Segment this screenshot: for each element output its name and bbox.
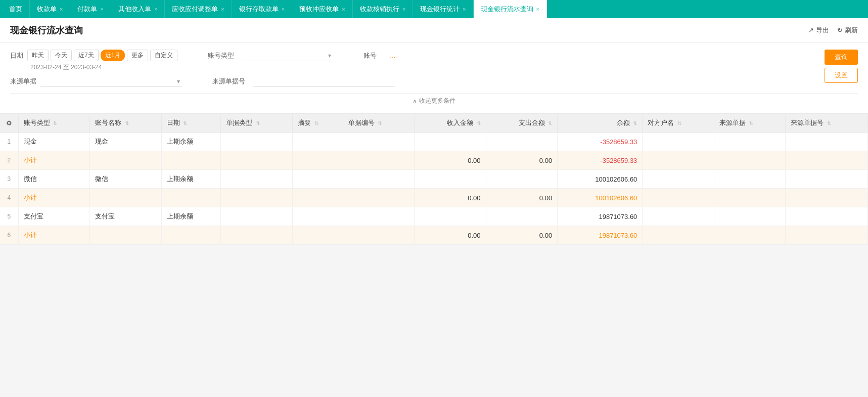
source-doc-select[interactable] [40,76,182,87]
th-doc-type[interactable]: 单据类型 ⇅ [221,114,293,133]
th-balance[interactable]: 余额 ⇅ [558,114,643,133]
close-icon[interactable]: × [100,6,103,12]
date-btn-more[interactable]: 更多 [127,50,148,61]
cell-balance: 100102606.60 [558,170,643,189]
cell-balance: 100102606.60 [558,189,643,207]
nav-home[interactable]: 首页 [2,0,30,18]
collapse-button[interactable]: ∧ 收起更多条件 [413,97,455,105]
cell-summary [293,189,343,207]
header-actions: ↗ 导出 ↻ 刷新 [808,26,858,35]
cell-counter-party [643,170,714,189]
close-icon[interactable]: × [60,6,63,12]
cell-doc-type [221,226,293,245]
query-button[interactable]: 查询 [825,50,858,65]
close-icon[interactable]: × [402,6,405,12]
date-btn-1month[interactable]: 近1月 [101,50,125,61]
close-icon[interactable]: × [282,6,285,12]
th-counter-party[interactable]: 对方户名 ⇅ [643,114,714,133]
table-header-row: ⚙ 账号类型 ⇅ 账号名称 ⇅ 日期 ⇅ 单据类型 ⇅ [0,114,868,133]
cell-date [161,226,221,245]
th-account-type[interactable]: 账号类型 ⇅ [18,114,90,133]
date-btn-today[interactable]: 今天 [51,50,72,61]
cell-doc-type [221,151,293,170]
sort-icon: ⇅ [378,120,382,126]
cell-source-doc [714,189,786,207]
nav-tab-yushou[interactable]: 预收冲应收单 × [292,0,352,18]
top-nav: 首页 收款单 × 付款单 × 其他收入单 × 应收应付调整单 × 银行存取款单 … [0,0,868,18]
cell-expense [486,207,558,226]
close-icon[interactable]: × [536,6,539,12]
close-icon[interactable]: × [463,6,466,12]
cell-date: 上期余额 [161,207,221,226]
cell-income [415,170,486,189]
cell-account-name: 现金 [90,133,162,151]
cell-source-doc-no [786,226,868,245]
export-button[interactable]: ↗ 导出 [808,26,829,35]
cell-source-doc [714,133,786,151]
th-account-name[interactable]: 账号名称 ⇅ [90,114,162,133]
sort-icon: ⇅ [827,120,831,126]
th-source-doc[interactable]: 来源单据 ⇅ [714,114,786,133]
account-more-button[interactable]: ... [389,51,395,60]
nav-tab-qitashouru[interactable]: 其他收入单 × [111,0,165,18]
cell-balance: 19871073.60 [558,207,643,226]
cell-summary [293,207,343,226]
close-icon[interactable]: × [154,6,157,12]
cell-expense: 0.00 [486,151,558,170]
nav-tab-shoukuan[interactable]: 收款单 × [30,0,70,18]
account-type-select[interactable] [242,50,333,61]
close-icon[interactable]: × [221,6,224,12]
th-summary[interactable]: 摘要 ⇅ [293,114,343,133]
table-row: 2 小计 0.00 0.00 -3528659.33 [0,151,868,170]
th-source-doc-no[interactable]: 来源单据号 ⇅ [786,114,868,133]
th-date[interactable]: 日期 ⇅ [161,114,221,133]
row-num: 3 [0,170,18,189]
account-type-select-wrapper [242,50,333,61]
cell-date [161,151,221,170]
gear-icon: ⚙ [6,119,12,127]
cell-summary [293,170,343,189]
date-btn-yesterday[interactable]: 昨天 [27,50,49,61]
nav-tab-yinhang[interactable]: 银行存取款单 × [232,0,292,18]
date-btn-7days[interactable]: 近7天 [74,50,99,61]
page-header: 现金银行流水查询 ↗ 导出 ↻ 刷新 [0,18,868,42]
collapse-icon: ∧ [413,98,417,105]
nav-tab-fukuan[interactable]: 付款单 × [70,0,111,18]
action-buttons: 查询 设置 [809,50,858,83]
th-expense[interactable]: 支出金额 ⇅ [486,114,558,133]
date-btn-custom[interactable]: 自定义 [150,50,177,61]
account-type-section: 账号类型 [208,50,333,61]
table-row: 6 小计 0.00 0.00 19871073.60 [0,226,868,245]
cell-income: 0.00 [415,151,486,170]
refresh-button[interactable]: ↻ 刷新 [837,26,858,35]
account-type-label: 账号类型 [208,51,234,60]
source-doc-label: 来源单据 [10,77,36,86]
cell-doc-no [343,207,415,226]
nav-tab-liushui[interactable]: 现金银行流水查询 × [474,0,547,18]
cell-counter-party [643,226,714,245]
row-num: 5 [0,207,18,226]
source-doc-no-section: 来源单据号 [212,76,395,87]
nav-tab-yingshoutiaozheng[interactable]: 应收应付调整单 × [165,0,232,18]
th-gear[interactable]: ⚙ [0,114,18,133]
nav-tab-shoukuanhexiao[interactable]: 收款核销执行 × [353,0,413,18]
close-icon[interactable]: × [342,6,345,12]
cell-expense [486,133,558,151]
sort-icon: ⇅ [256,120,260,126]
cell-expense [486,170,558,189]
table-row: 4 小计 0.00 0.00 100102606.60 [0,189,868,207]
date-buttons: 昨天 今天 近7天 近1月 更多 自定义 [27,50,177,61]
th-income[interactable]: 收入金额 ⇅ [415,114,486,133]
sort-icon: ⇅ [477,120,481,126]
cell-balance: -3528659.33 [558,133,643,151]
source-doc-no-label: 来源单据号 [212,77,245,86]
settings-button[interactable]: 设置 [825,68,858,83]
source-doc-no-input[interactable] [253,76,395,87]
cell-doc-type [221,207,293,226]
nav-tab-xianjintongji[interactable]: 现金银行统计 × [413,0,473,18]
cell-counter-party [643,151,714,170]
row-num: 2 [0,151,18,170]
cell-doc-type [221,170,293,189]
th-doc-no[interactable]: 单据编号 ⇅ [343,114,415,133]
data-table: ⚙ 账号类型 ⇅ 账号名称 ⇅ 日期 ⇅ 单据类型 ⇅ [0,114,868,245]
